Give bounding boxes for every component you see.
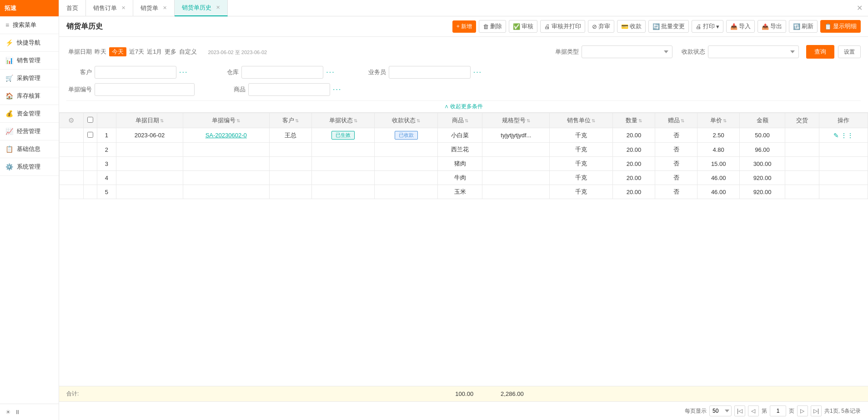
last-page-button[interactable]: ▷| [811,405,822,416]
row-gift: 否 [655,157,697,171]
row-doc-no[interactable] [183,171,269,185]
tab-sales-history[interactable]: 销货单历史 ✕ [175,0,228,16]
row-customer [269,185,311,199]
date-shortcut-custom[interactable]: 自定义 [179,48,197,56]
warehouse-dots[interactable]: ··· [326,68,335,76]
col-collect-status[interactable]: 收款状态 [375,113,438,128]
col-unit-price[interactable]: 单价 [697,113,740,128]
col-spec[interactable]: 规格型号 [482,113,550,128]
batch-change-button[interactable]: 🔄 批量变更 [648,20,689,33]
col-doc-status[interactable]: 单据状态 [311,113,375,128]
next-page-button[interactable]: ▷ [797,405,808,416]
refresh-button[interactable]: 🔃 刷新 [789,20,818,33]
row-checkbox-input[interactable] [87,132,93,138]
audit-button[interactable]: ✅ 审核 [509,20,537,33]
date-shortcut-today[interactable]: 今天 [109,47,126,56]
tabs-bar: 首页 销售订单 ✕ 销货单 ✕ 销货单历史 ✕ ✕ [59,0,868,16]
sidebar-item-label: 采购管理 [17,74,40,82]
row-doc-no[interactable] [183,143,269,157]
col-settings[interactable]: ⚙ [60,113,84,128]
row-ops[interactable] [819,157,868,171]
show-detail-button[interactable]: 📋 显示明细 [820,20,861,33]
row-doc-no[interactable] [183,157,269,171]
col-goods[interactable]: 商品 [438,113,482,128]
row-checkbox[interactable] [83,157,97,171]
sidebar-item-sales-mgmt[interactable]: 📊 销售管理 [0,52,59,70]
row-checkbox[interactable] [83,143,97,157]
salesperson-input[interactable] [389,66,471,79]
doc-type-select[interactable] [582,45,672,58]
first-page-button[interactable]: |◁ [734,405,745,416]
setting-button[interactable]: 设置 [838,45,861,58]
prev-page-button[interactable]: ◁ [748,405,759,416]
export-button[interactable]: 📤 导出 [758,20,786,33]
tab-sales-history-close[interactable]: ✕ [216,5,220,10]
goods-dots[interactable]: ··· [333,85,341,94]
sidebar-item-basic-info[interactable]: 📋 基础信息 [0,140,59,158]
filter-warehouse: 仓库 ··· [213,66,335,79]
col-gift[interactable]: 赠品 [655,113,697,128]
customer-label: 客户 [66,68,92,76]
sidebar-item-quick-nav[interactable]: ⚡ 快捷导航 [0,34,59,52]
date-shortcut-yesterday[interactable]: 昨天 [95,48,106,56]
customer-dots[interactable]: ··· [179,68,188,76]
row-ops[interactable] [819,185,868,199]
row-doc-no-link[interactable]: SA-20230602-0 [206,132,247,139]
query-button[interactable]: 查询 [806,45,834,59]
tab-home[interactable]: 首页 [59,0,86,16]
row-checkbox[interactable] [83,128,97,143]
sidebar-item-finance[interactable]: 💰 资金管理 [0,105,59,123]
row-checkbox[interactable] [83,185,97,199]
row-transaction [785,171,819,185]
delete-button[interactable]: 🗑 删除 [479,20,506,33]
print-button[interactable]: 🖨 打印 ▾ [692,20,723,33]
tabs-close-all[interactable]: ✕ [851,4,868,12]
filter-row-1: 单据日期 昨天 今天 近7天 近1月 更多 自定义 2023-06-02 至 2… [66,42,861,61]
row-checkbox[interactable] [83,171,97,185]
tab-sales-delivery[interactable]: 销货单 ✕ [133,0,175,16]
col-unit[interactable]: 销售单位 [550,113,613,128]
warehouse-label: 仓库 [213,68,239,76]
page-container: 销货单历史 + 新增 🗑 删除 ✅ 审核 🖨 审核并打印 ⊘ 弃审 [59,16,868,420]
sidebar-item-system-mgmt[interactable]: ⚙️ 系统管理 [0,158,59,176]
date-shortcut-1month[interactable]: 近1月 [147,48,162,56]
row-doc-no[interactable]: SA-20230602-0 [183,128,269,143]
col-quantity[interactable]: 数量 [613,113,655,128]
date-shortcut-more[interactable]: 更多 [165,48,176,56]
date-shortcut-7days[interactable]: 近7天 [129,48,144,56]
col-doc-date[interactable]: 单据日期 [116,113,183,128]
goods-input[interactable] [248,83,330,96]
select-all-checkbox[interactable] [87,117,93,123]
collect-status-select[interactable] [708,45,799,58]
sidebar-item-search-menu[interactable]: ≡ 搜索菜单 [0,16,59,34]
customer-input[interactable] [95,66,176,79]
import-button[interactable]: 📥 导入 [726,20,755,33]
salesperson-dots[interactable]: ··· [473,68,482,76]
row-doc-no[interactable] [183,185,269,199]
new-button[interactable]: + 新增 [452,20,476,33]
tab-sales-order-close[interactable]: ✕ [121,5,125,11]
col-doc-no[interactable]: 单据编号 [183,113,269,128]
collapse-button[interactable]: ∧ 收起更多条件 [66,100,861,112]
row-collect-status-badge: 已收款 [395,131,418,140]
sidebar-item-purchase-mgmt[interactable]: 🛒 采购管理 [0,70,59,87]
row-ops[interactable] [819,143,868,157]
sidebar-item-inventory[interactable]: 🏠 库存核算 [0,87,59,105]
sidebar-item-operations[interactable]: 📈 经营管理 [0,123,59,140]
edit-op-btn[interactable]: ✎ [833,132,839,139]
sidebar-bottom-icon2[interactable]: ⏸ [15,409,20,415]
row-ops[interactable]: ✎ ⋮⋮ [819,128,868,143]
row-ops[interactable] [819,171,868,185]
audit-print-button[interactable]: 🖨 审核并打印 [540,20,585,33]
col-customer[interactable]: 客户 [269,113,311,128]
tab-sales-order[interactable]: 销售订单 ✕ [86,0,133,16]
page-number-input[interactable] [770,405,786,416]
abandon-button[interactable]: ⊘ 弃审 [588,20,614,33]
page-size-select[interactable]: 50 100 200 [709,405,732,416]
warehouse-input[interactable] [241,66,323,79]
sidebar-bottom-icon1[interactable]: ☀ [5,409,11,415]
tab-sales-delivery-close[interactable]: ✕ [163,5,167,11]
more-op-btn[interactable]: ⋮⋮ [841,132,853,139]
collect-button[interactable]: 💳 收款 [617,20,646,33]
doc-no-input[interactable] [95,83,195,96]
